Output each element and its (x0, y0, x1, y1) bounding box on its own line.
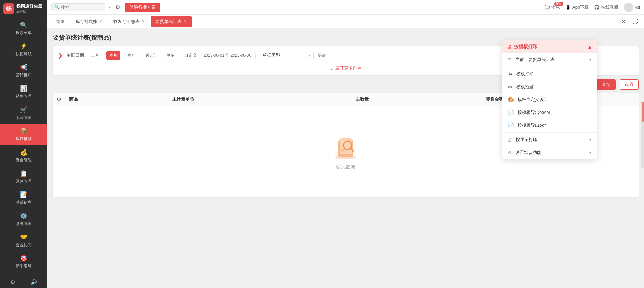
template-export-excel-icon: 📄 (508, 109, 514, 116)
basic-icon: 📝 (20, 191, 27, 198)
current-template-item[interactable]: ☰ 当前：要货单统计表 ▾ (502, 53, 597, 66)
date-btn-last-7-days[interactable]: 近7天 (143, 51, 159, 60)
date-btn-current-year[interactable]: 本年 (124, 51, 139, 60)
template-preview-item[interactable]: 👁 模板预览 (502, 81, 597, 93)
settings-bottom-btn[interactable]: ⚙ (10, 279, 15, 285)
tab-home[interactable]: 首页 (51, 16, 69, 27)
set-default-item[interactable]: ⚙ 设置默认功能 ▾ (502, 146, 597, 159)
topbar-right: 💬 消息 99+ 📱 App下载 🎧 在线客服 Rit (545, 3, 640, 12)
dropdown-title: 按模板打印 (514, 44, 537, 50)
tab-close-order-stats[interactable]: ✕ (184, 19, 187, 24)
dropdown-header-left: 🖨 按模板打印 (507, 44, 537, 50)
sidebar-item-operations[interactable]: 📋 经营管理 (0, 166, 47, 188)
right-edge-scrollbar[interactable] (641, 101, 644, 168)
sidebar-item-finance[interactable]: 💰 资金管理 (0, 145, 47, 166)
column-settings-icon[interactable]: ⚙ (57, 96, 61, 102)
search-input[interactable] (61, 5, 102, 10)
tab-receipt-summary[interactable]: 收发存汇总表 ✕ (109, 16, 149, 27)
sidebar-item-basic[interactable]: 📝 基础信息 (0, 188, 47, 209)
svg-rect-6 (341, 151, 346, 152)
require-goods-label: 要货 (318, 53, 326, 58)
tab-inventory-batch[interactable]: 库存批次账 ✕ (71, 16, 107, 27)
sidebar-item-appstore[interactable]: 🏪 应用中心 (0, 273, 47, 276)
dropdown-sep-2 (502, 132, 597, 133)
app-download-label: App下载 (572, 4, 589, 10)
template-print-item-label: 模板打印 (516, 71, 591, 77)
set-default-chevron-icon: ▾ (589, 151, 591, 155)
display-print-item[interactable]: 🖨 按显示打印 ▾ (502, 133, 597, 146)
query-btn[interactable]: 查询 (596, 79, 616, 90)
order-type-select[interactable]: 单据类型 ▾ (260, 51, 314, 60)
topbar-gear-icon[interactable]: ⚙ (115, 4, 120, 10)
template-design-item[interactable]: 🎨 模板自定义设计 (502, 93, 597, 106)
date-btn-custom[interactable]: 自定义 (181, 51, 200, 60)
sidebar-item-marketing[interactable]: 📢 营销推广 (0, 60, 47, 82)
display-print-label: 按显示打印 (516, 137, 537, 143)
sidebar-item-guide[interactable]: 🎯 新手引导 (0, 251, 47, 273)
sidebar-scroll: 🔍 搜索菜单 ⚡ 快捷导航 📢 营销推广 📊 销售管理 🛒 采购管理 📦 库存核… (0, 18, 47, 276)
order-type-chevron-icon: ▾ (309, 53, 311, 58)
tab-close-inventory-batch[interactable]: ✕ (99, 19, 103, 24)
sidebar-item-inventory[interactable]: 📦 库存核算 (0, 124, 47, 145)
marketing-icon: 📢 (20, 64, 27, 71)
tab-close-all-btn[interactable]: ✕ (619, 18, 628, 25)
topbar: 🔍 ▾ ⚙ 体验行业方案 💬 消息 99+ 📱 App下载 🎧 在线客服 Rit (47, 0, 644, 15)
order-type-label: 单据类型 (263, 52, 280, 58)
app-icon: 📱 (565, 5, 571, 10)
sidebar-item-purchase[interactable]: 🛒 采购管理 (0, 103, 47, 124)
template-export-pdf-item[interactable]: 📄 按模板导出pdf (502, 119, 597, 132)
tab-fullscreen-btn[interactable]: ⛶ (631, 18, 640, 25)
main-area: 🔍 ▾ ⚙ 体验行业方案 💬 消息 99+ 📱 App下载 🎧 在线客服 Rit (47, 0, 644, 288)
sidebar-item-collab[interactable]: 🤝 企业协同 (0, 230, 47, 251)
topbar-search[interactable]: 🔍 (51, 3, 105, 11)
tab-receipt-summary-label: 收发存汇总表 (113, 19, 140, 25)
current-template-label: 当前：要货单统计表 (515, 57, 555, 63)
tab-order-stats[interactable]: 要货单统计表 ✕ (151, 16, 192, 27)
require-goods-filter: 要货 (318, 53, 326, 58)
template-preview-icon: 👁 (508, 84, 513, 90)
expand-conditions-btn[interactable]: ⌄ 展开更多条件 (330, 65, 361, 71)
dropdown-close-btn[interactable]: ▲ (587, 44, 592, 49)
app-download-btn[interactable]: 📱 App下载 (565, 4, 589, 10)
user-avatar-btn[interactable]: Rit (624, 3, 640, 12)
page-content: 要货单统计表(按商品) ❯ 单据日期 上月 本月 本年 近7天 更多 自定义 2… (47, 28, 644, 288)
date-btn-more[interactable]: 更多 (163, 51, 177, 60)
th-quantity: 主数量 (352, 93, 481, 106)
sidebar-item-label: 资金管理 (16, 157, 32, 163)
th-settings[interactable]: ⚙ (53, 93, 65, 106)
sidebar-logo: 畅 畅康通好生意 标准版 (0, 0, 47, 18)
sidebar-item-search[interactable]: 🔍 搜索菜单 (0, 18, 47, 39)
search-chevron-icon[interactable]: ▾ (109, 5, 111, 10)
display-print-chevron-icon: ▾ (589, 138, 591, 142)
brand-edition: 标准版 (16, 9, 42, 14)
tab-close-receipt-summary[interactable]: ✕ (142, 19, 145, 24)
sidebar-item-label: 企业协同 (16, 242, 32, 248)
industry-btn[interactable]: 体验行业方案 (125, 3, 160, 12)
template-export-excel-item[interactable]: 📄 按模板导出excel (502, 106, 597, 119)
sound-bottom-btn[interactable]: 🔊 (30, 279, 37, 285)
online-service-btn[interactable]: 🎧 在线客服 (594, 4, 618, 10)
quick-nav-icon: ⚡ (20, 42, 27, 50)
filter-expand-icon[interactable]: ❯ (58, 52, 62, 59)
purchase-icon: 🛒 (20, 106, 27, 114)
sidebar-item-label: 新手引导 (16, 263, 32, 269)
sidebar-item-system[interactable]: ⚙️ 系统管理 (0, 209, 47, 230)
sidebar-item-quick-nav[interactable]: ⚡ 快捷导航 (0, 39, 47, 60)
search-icon: 🔍 (20, 21, 27, 29)
date-btn-current-month[interactable]: 本月 (106, 51, 120, 60)
settings-btn[interactable]: 设置 (620, 79, 639, 90)
date-btn-prev-month[interactable]: 上月 (88, 51, 102, 60)
sidebar-item-sales[interactable]: 📊 销售管理 (0, 82, 47, 103)
empty-text: 暂无数据 (336, 164, 355, 170)
messages-btn[interactable]: 💬 消息 99+ (545, 4, 560, 10)
message-icon: 💬 (545, 5, 550, 10)
template-print-item[interactable]: 🖨 模板打印 (502, 68, 597, 81)
guide-icon: 🎯 (20, 255, 27, 262)
sidebar-item-label: 系统管理 (16, 221, 32, 227)
logo-icon: 畅 (3, 3, 14, 14)
search-glass-icon: 🔍 (54, 5, 60, 10)
sidebar-item-label: 快捷导航 (16, 51, 32, 57)
sidebar-item-label: 经营管理 (16, 179, 32, 184)
set-default-icon: ⚙ (508, 150, 512, 155)
user-name: Rit (635, 5, 640, 10)
